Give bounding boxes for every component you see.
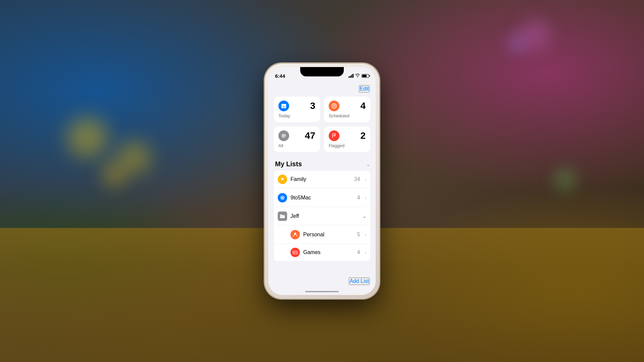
family-name: Family	[290, 176, 351, 182]
flagged-count: 2	[360, 130, 366, 141]
smart-card-today[interactable]: 9 3 Today	[274, 97, 320, 122]
jeff-folder-icon	[278, 212, 287, 221]
svg-point-16	[294, 233, 296, 235]
svg-point-12	[283, 136, 284, 137]
9to5mac-chevron-icon: ›	[365, 195, 366, 200]
folder-jeff[interactable]: Jeff ⌄	[274, 207, 370, 225]
svg-point-8	[282, 135, 283, 136]
home-indicator	[305, 291, 339, 292]
phone-wrapper: 6:44	[265, 64, 379, 298]
flagged-label: Flagged	[329, 143, 366, 148]
all-label: All	[278, 143, 315, 148]
list-item-family[interactable]: Family 34 ›	[274, 171, 370, 188]
games-name: Games	[303, 249, 354, 255]
wifi-icon	[355, 73, 360, 78]
phone: 6:44	[265, 64, 379, 298]
svg-point-10	[285, 135, 286, 136]
lists-group: Family 34 ›	[274, 171, 370, 261]
jeff-folder-name: Jeff	[290, 213, 359, 219]
list-item-games[interactable]: Games 4 ›	[274, 244, 370, 261]
personal-name: Personal	[303, 232, 354, 238]
bokeh-light	[117, 141, 151, 174]
svg-point-9	[283, 135, 284, 136]
list-item-9to5mac[interactable]: 9to5Mac 4 ›	[274, 189, 370, 207]
9to5mac-count: 4	[357, 195, 360, 201]
scheduled-count: 4	[360, 101, 366, 111]
9to5mac-name: 9to5Mac	[290, 195, 354, 201]
notch	[300, 67, 344, 76]
games-count: 4	[357, 249, 360, 255]
svg-point-7	[281, 133, 286, 138]
9to5mac-icon	[278, 193, 287, 202]
all-icon	[278, 130, 289, 141]
list-item-personal[interactable]: Personal 5 ›	[274, 226, 370, 244]
section-header: My Lists ⌄	[274, 158, 370, 171]
battery-icon	[362, 74, 369, 78]
screen: 6:44	[268, 67, 376, 295]
family-icon	[278, 175, 287, 184]
bokeh-light	[520, 20, 550, 50]
flagged-icon	[329, 130, 339, 141]
svg-text:9: 9	[283, 106, 284, 108]
today-label: Today	[278, 113, 315, 118]
smart-card-scheduled[interactable]: 4 Scheduled	[324, 97, 370, 122]
personal-icon	[290, 230, 300, 239]
personal-count: 5	[357, 232, 360, 238]
scheduled-label: Scheduled	[329, 113, 366, 118]
svg-point-15	[282, 197, 283, 198]
games-icon	[290, 248, 300, 257]
family-count: 34	[354, 176, 360, 182]
smart-lists-grid: 9 3 Today	[268, 82, 376, 158]
svg-point-11	[282, 136, 283, 137]
family-chevron-icon: ›	[365, 177, 366, 182]
svg-point-22	[297, 252, 297, 253]
my-lists-section: My Lists ⌄ Family	[268, 158, 376, 261]
section-title: My Lists	[275, 160, 302, 168]
bokeh-light	[553, 168, 577, 191]
today-count: 3	[310, 101, 315, 111]
games-chevron-icon: ›	[365, 250, 366, 255]
section-chevron-icon: ⌄	[366, 162, 370, 167]
add-list-button[interactable]: Add List	[349, 278, 370, 285]
scheduled-icon	[329, 101, 339, 111]
signal-icon	[348, 74, 354, 78]
smart-card-flagged[interactable]: 2 Flagged	[324, 126, 370, 152]
svg-point-21	[296, 252, 297, 253]
bokeh-light	[67, 117, 107, 158]
today-icon: 9	[278, 101, 289, 111]
status-icons	[348, 71, 369, 78]
smart-card-all[interactable]: 47 All	[274, 126, 320, 152]
jeff-folder-chevron-icon: ⌄	[363, 214, 366, 219]
edit-button[interactable]: Edit	[359, 85, 370, 93]
status-time: 6:44	[275, 70, 285, 79]
personal-chevron-icon: ›	[365, 232, 366, 237]
app-content: Edit 9 3 Today	[268, 82, 376, 295]
svg-rect-1	[281, 104, 286, 105]
all-count: 47	[305, 130, 315, 141]
